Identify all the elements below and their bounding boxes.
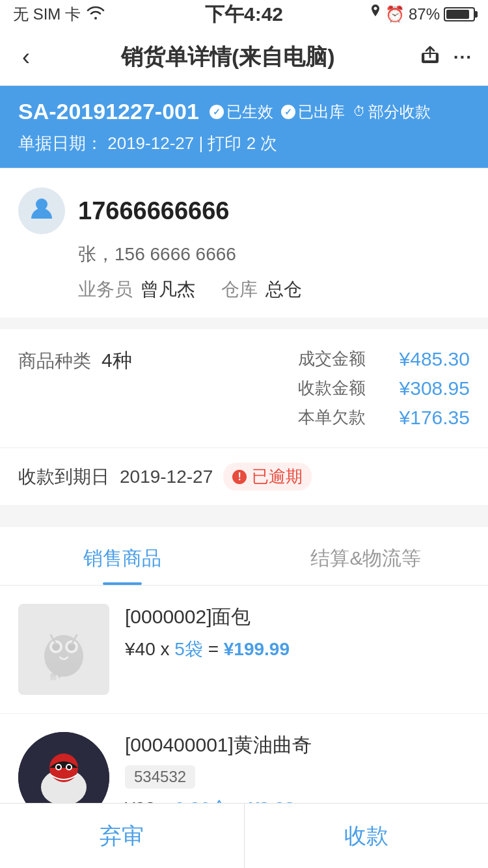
owed-value: ¥176.35 <box>379 407 470 429</box>
transaction-label: 成交金额 <box>298 347 366 370</box>
transaction-row: 成交金额 ¥485.30 <box>298 347 470 370</box>
tab-sales-label: 销售商品 <box>83 547 161 569</box>
more-icon[interactable]: ··· <box>454 47 472 68</box>
cancel-label: 弃审 <box>100 821 144 851</box>
svg-point-14 <box>67 765 71 769</box>
product-placeholder-1: 兽+ <box>18 604 109 695</box>
location-icon <box>370 5 381 24</box>
owed-row: 本单欠款 ¥176.35 <box>298 406 470 429</box>
divider-2 <box>0 505 488 515</box>
confirm-label: 收款 <box>344 821 388 851</box>
product-sku-2: 534532 <box>125 765 195 789</box>
received-row: 收款金额 ¥308.95 <box>298 377 470 400</box>
cancel-button[interactable]: 弃审 <box>0 804 245 868</box>
confirm-button[interactable]: 收款 <box>245 804 489 868</box>
overdue-dot-icon: ! <box>232 470 247 484</box>
status-left: 无 SIM 卡 <box>13 4 105 25</box>
status-active-label: 已生效 <box>226 102 273 122</box>
status-bar: 无 SIM 卡 下午4:42 ⏰ 87% <box>0 0 488 29</box>
alarm-icon: ⏰ <box>385 5 405 23</box>
check-active-icon: ✓ <box>210 105 224 119</box>
received-value: ¥308.95 <box>379 377 470 400</box>
check-shipped-icon: ✓ <box>281 105 295 119</box>
order-banner: SA-20191227-001 ✓ 已生效 ✓ 已出库 ⏱ 部分收款 单据日期：… <box>0 86 488 168</box>
tabs-section: 销售商品 结算&物流等 <box>0 527 488 586</box>
customer-phone: 17666666666 <box>78 197 229 225</box>
status-shipped-label: 已出库 <box>298 102 345 122</box>
overdue-text: 已逾期 <box>252 465 303 488</box>
customer-avatar <box>18 187 65 234</box>
product-base-price-1: ¥40 <box>125 639 156 659</box>
salesperson-value: 曾凡杰 <box>141 277 195 302</box>
customer-meta: 业务员 曾凡杰 仓库 总仓 <box>78 277 470 302</box>
battery-indicator <box>444 7 475 21</box>
person-icon <box>28 194 55 228</box>
overdue-section: 收款到期日 2019-12-27 ! 已逾期 <box>0 448 488 505</box>
customer-section: 17666666666 张，156 6666 6666 业务员 曾凡杰 仓库 总… <box>0 169 488 318</box>
product-info-1: [0000002]面包 ¥40 x 5袋 = ¥199.99 <box>125 604 470 662</box>
page-title: 销货单详情(来自电脑) <box>121 42 335 72</box>
divider-1 <box>0 318 488 328</box>
stats-section: 商品种类 4种 成交金额 ¥485.30 收款金额 ¥308.95 本单欠款 ¥… <box>0 329 488 447</box>
owed-label: 本单欠款 <box>298 406 366 429</box>
status-tag-active: ✓ 已生效 <box>210 102 273 122</box>
transaction-value: ¥485.30 <box>379 348 470 370</box>
product-types: 商品种类 4种 <box>18 347 132 374</box>
product-qty-1: 5袋 <box>174 639 203 659</box>
product-item: 兽+ [0000002]面包 ¥40 x 5袋 = ¥199.99 <box>0 586 488 714</box>
product-total-1: ¥199.99 <box>224 639 290 659</box>
overdue-badge: ! 已逾期 <box>223 463 312 491</box>
clock-icon: ⏱ <box>353 104 366 119</box>
overdue-label: 收款到期日 <box>18 465 109 489</box>
status-tag-partial: ⏱ 部分收款 <box>353 102 431 122</box>
order-banner-top: SA-20191227-001 ✓ 已生效 ✓ 已出库 ⏱ 部分收款 <box>18 99 470 124</box>
svg-point-2 <box>44 635 83 677</box>
received-label: 收款金额 <box>298 377 366 400</box>
product-multiply-icon-1: x <box>161 639 175 659</box>
product-name-1: [0000002]面包 <box>125 604 470 631</box>
financial-stats: 成交金额 ¥485.30 收款金额 ¥308.95 本单欠款 ¥176.35 <box>298 347 470 429</box>
status-tags: ✓ 已生效 ✓ 已出库 ⏱ 部分收款 <box>210 102 431 122</box>
order-print-info: | 打印 2 次 <box>198 133 277 153</box>
svg-point-13 <box>57 765 61 769</box>
bottom-bar: 弃审 收款 <box>0 803 488 868</box>
status-right: ⏰ 87% <box>370 5 475 24</box>
customer-name-phone: 张，156 6666 6666 <box>78 242 470 267</box>
svg-text:兽+: 兽+ <box>49 672 62 681</box>
product-price-1: ¥40 x 5袋 = ¥199.99 <box>125 637 470 662</box>
warehouse-value: 总仓 <box>265 277 302 302</box>
time-display: 下午4:42 <box>205 1 283 28</box>
product-types-label: 商品种类 <box>18 349 91 373</box>
nav-bar: ‹ 销货单详情(来自电脑) ··· <box>0 29 488 86</box>
wifi-icon <box>86 5 105 23</box>
warehouse-item: 仓库 总仓 <box>221 277 302 302</box>
battery-text: 87% <box>409 5 440 23</box>
overdue-date: 2019-12-27 <box>120 467 213 487</box>
product-types-value: 4种 <box>102 347 132 374</box>
salesperson-label: 业务员 <box>78 277 133 302</box>
customer-row: 17666666666 <box>18 187 470 234</box>
order-number: SA-20191227-001 <box>18 99 199 124</box>
product-equals-icon-1: = <box>208 639 224 659</box>
tab-settlement-label: 结算&物流等 <box>310 547 421 569</box>
back-button[interactable]: ‹ <box>16 37 36 77</box>
status-partial-label: 部分收款 <box>368 102 431 122</box>
product-name-2: [000400001]黄油曲奇 <box>125 732 470 759</box>
tab-settlement[interactable]: 结算&物流等 <box>244 527 488 585</box>
carrier-text: 无 SIM 卡 <box>13 4 81 25</box>
status-tag-shipped: ✓ 已出库 <box>281 102 345 122</box>
share-icon[interactable] <box>420 44 441 70</box>
nav-actions: ··· <box>420 44 472 70</box>
order-date-label: 单据日期： <box>18 133 103 153</box>
tab-sales-products[interactable]: 销售商品 <box>0 527 244 585</box>
order-date-row: 单据日期： 2019-12-27 | 打印 2 次 <box>18 132 470 155</box>
salesperson-item: 业务员 曾凡杰 <box>78 277 195 302</box>
order-date-value: 2019-12-27 <box>107 133 194 153</box>
warehouse-label: 仓库 <box>221 277 258 302</box>
product-image-1: 兽+ <box>18 604 109 695</box>
